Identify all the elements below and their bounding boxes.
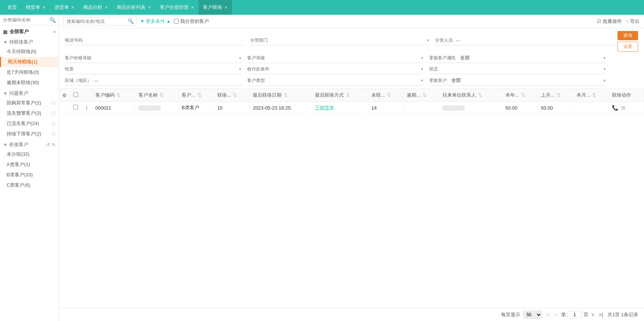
payment-field[interactable]: 收付款条件 ▾: [247, 66, 424, 74]
page-suffix: 页: [584, 311, 588, 318]
next-page-button[interactable]: >: [590, 311, 596, 318]
select-all-checkbox[interactable]: [73, 92, 78, 97]
checkbox-header[interactable]: [70, 89, 81, 102]
close-customer-contact-icon[interactable]: ✕: [224, 5, 228, 10]
price-level-field[interactable]: 客户价格等级 ▾: [65, 55, 241, 63]
sidebar-item-tomorrow-contact[interactable]: 明天待联络(1): [0, 57, 59, 67]
close-product-analysis-list-icon[interactable]: ✕: [148, 5, 151, 10]
dept-field[interactable]: 分管部门 ▾: [250, 37, 430, 45]
nav-product-analysis[interactable]: 商品分析 ✕: [79, 0, 112, 15]
edit-icon[interactable]: ✎: [52, 142, 56, 148]
col-header-code[interactable]: 客户编码 ⇅: [92, 89, 135, 102]
customer-type-arrow-icon: ▾: [421, 78, 423, 83]
info-icon2: ⓘ: [52, 111, 56, 116]
per-page-select[interactable]: 50 100 200: [523, 311, 542, 319]
prev-page-button[interactable]: <: [554, 311, 560, 318]
sort-code-icon: ⇅: [116, 92, 120, 98]
sidebar-item-7days-contact[interactable]: 近7天待联络(0): [0, 67, 59, 77]
search-icon[interactable]: 🔍: [128, 18, 134, 24]
sidebar-item-b-class[interactable]: B类客户(33): [0, 170, 59, 180]
col-header-this-month[interactable]: 本月... ⇅: [573, 89, 609, 102]
search-input[interactable]: [67, 19, 126, 24]
sidebar-item-continuous-decline[interactable]: 持续下滑客户(2) ⓘ: [0, 129, 59, 139]
manager-field[interactable]: 分管人员 ···: [435, 37, 615, 45]
more-conditions-button[interactable]: ▼ 更多条件 ▲: [140, 18, 171, 25]
nav-customer-stratification[interactable]: 客户分层经营 ✕: [155, 0, 199, 15]
last-page-button[interactable]: >|: [597, 311, 605, 318]
col-header-name[interactable]: 客户名称 ⇅: [135, 89, 178, 102]
nav-sales[interactable]: 销货单 ✕: [21, 0, 50, 15]
dept-label: 分管部门: [250, 37, 268, 44]
per-page-label: 每页显示: [501, 311, 520, 318]
grid-icon: ▦: [3, 29, 7, 35]
col-header-contact[interactable]: 联络... ⇅: [214, 89, 250, 102]
page-number-input[interactable]: [567, 311, 582, 318]
export-button[interactable]: ↑ 导出: [626, 18, 640, 25]
nature-field[interactable]: 性质 ▾: [65, 66, 241, 74]
customer-level-label: 客户等级: [247, 55, 265, 61]
region-dots-icon: ···: [94, 78, 98, 83]
row-num: 1: [81, 102, 92, 114]
export-icon: ↑: [626, 18, 629, 24]
gear-header[interactable]: ⚙: [59, 89, 70, 102]
status-label: 状态: [429, 66, 438, 72]
retail-field[interactable]: 零散客户 全部 ▾: [429, 77, 606, 86]
sidebar-item-c-class[interactable]: C类客户(6): [0, 180, 59, 190]
sidebar-item-already-lost[interactable]: 已流失客户(24) ⓘ: [0, 118, 59, 129]
customer-level-field[interactable]: 客户等级 ▾: [247, 55, 424, 63]
first-page-button[interactable]: |<: [545, 311, 552, 318]
row-checkbox-cell[interactable]: [70, 102, 81, 114]
settings-button[interactable]: 设置: [617, 42, 638, 52]
retail-attr-field[interactable]: 零散客户属性 全部 ▾: [429, 55, 606, 63]
filter-right-actions: ☑ 批量操作 ↑ 导出: [597, 18, 640, 25]
search-container: 🔍: [63, 17, 137, 25]
sort-contact-icon: ⇅: [233, 92, 237, 98]
price-level-arrow-icon: ▾: [239, 56, 241, 61]
row-this-year: 50.00: [502, 102, 538, 114]
customer-type-field[interactable]: 客户类型 ▾: [247, 77, 424, 86]
nav-product-analysis-list[interactable]: 商品分析列表 ✕: [112, 0, 155, 15]
nav-home[interactable]: 首页: [3, 0, 21, 15]
info-icon: ⓘ: [52, 100, 56, 106]
phone-input[interactable]: [97, 38, 244, 43]
col-header-contact-person[interactable]: 往来单位联系人 ⇅: [440, 89, 503, 102]
close-sales-icon[interactable]: ✕: [42, 5, 46, 10]
col-header-this-year[interactable]: 本年... ⇅: [502, 89, 538, 102]
all-customers-header[interactable]: ▦ 全部客户 «: [0, 25, 59, 37]
region-field[interactable]: 区域（地区） ···: [65, 77, 241, 86]
my-customers-checkbox-container[interactable]: 我分管的客户: [174, 18, 209, 25]
sort-this-year-icon: ⇅: [521, 92, 525, 98]
sidebar-search-icon[interactable]: 🔍: [49, 17, 56, 23]
grid-action-icon[interactable]: ⊞: [621, 105, 626, 111]
sidebar-item-ungrouped[interactable]: 未分组(32): [0, 149, 59, 159]
filter-row-2: 客户价格等级 ▾ 客户等级 ▾ 零散客户属性 全部 ▾: [65, 55, 638, 63]
close-customer-stratification-icon[interactable]: ✕: [191, 5, 194, 10]
col-header-last-month[interactable]: 上月... ⇅: [538, 89, 574, 102]
manager-dots-icon: ···: [456, 38, 460, 43]
sidebar-item-overdue-contact[interactable]: 逾期未联络(30): [0, 77, 59, 88]
sidebar-item-repurchase-abnormal[interactable]: 回购异常客户(2) ⓘ: [0, 98, 59, 108]
collapse-icon[interactable]: «: [53, 29, 56, 34]
sidebar-search-input[interactable]: [3, 17, 49, 23]
close-purchase-icon[interactable]: ✕: [71, 5, 74, 10]
sidebar-item-a-class[interactable]: A类客户(1): [0, 159, 59, 170]
col-header-last-date[interactable]: 最后联络日期 ⇅: [250, 89, 312, 102]
close-product-analysis-icon[interactable]: ✕: [105, 5, 108, 10]
action-buttons: 查询 设置: [617, 31, 638, 52]
sidebar-item-loss-warning[interactable]: 流失预警客户(3) ⓘ: [0, 108, 59, 118]
status-field[interactable]: 状态 ▾: [429, 66, 606, 74]
col-header-overdue[interactable]: 逾期... ⇅: [404, 89, 440, 102]
col-header-type[interactable]: 客户... ⇅: [179, 89, 214, 102]
row-last-method[interactable]: 下销货单: [312, 102, 368, 114]
col-header-uncontact[interactable]: 未联... ⇅: [368, 89, 404, 102]
nav-customer-contact[interactable]: 客户联络 ✕: [199, 0, 232, 15]
row-checkbox[interactable]: [73, 105, 78, 110]
query-button[interactable]: 查询: [617, 31, 638, 40]
sidebar-item-today-contact[interactable]: 今天待联络(0): [0, 46, 59, 57]
nav-purchase[interactable]: 进货单 ✕: [50, 0, 79, 15]
batch-ops-button[interactable]: ☑ 批量操作: [597, 18, 622, 25]
refresh-icon[interactable]: ↺: [46, 142, 50, 148]
phone-action-icon[interactable]: 📞: [612, 105, 618, 111]
my-customers-checkbox[interactable]: [174, 19, 179, 24]
col-header-last-method[interactable]: 最后联络方式 ⇅: [312, 89, 368, 102]
